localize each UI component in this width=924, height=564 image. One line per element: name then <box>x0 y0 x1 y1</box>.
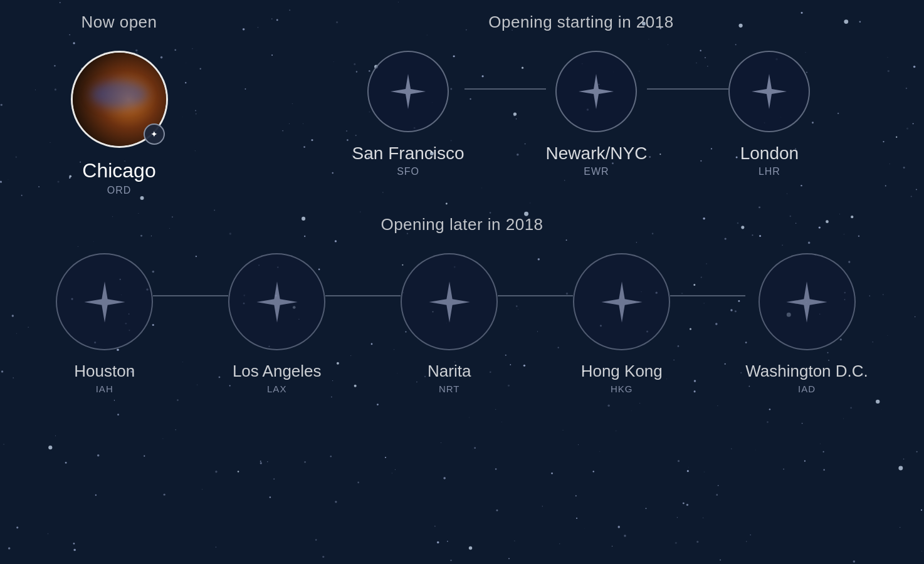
city-item-sfo[interactable]: San Francisco SFO <box>352 51 465 177</box>
hkg-city-code: HKG <box>611 384 633 394</box>
opening-2018-row: San Francisco SFO Newark/NYC EWR <box>352 51 811 177</box>
iah-node <box>56 253 153 350</box>
chicago-city-name: Chicago <box>82 159 155 182</box>
ewr-star-icon <box>577 73 615 110</box>
ewr-city-name: Newark/NYC <box>546 144 648 164</box>
city-item-nrt[interactable]: Narita NRT <box>401 253 498 394</box>
opening-later-section: Opening later in 2018 Houston IAH <box>0 215 924 394</box>
connector-hkg-iad <box>670 295 745 296</box>
iad-city-code: IAD <box>798 384 816 394</box>
iah-star-icon <box>83 280 127 324</box>
lhr-city-name: London <box>740 144 799 164</box>
connector-nrt-hkg <box>498 295 573 296</box>
nrt-city-name: Narita <box>428 362 471 381</box>
opening-later-label: Opening later in 2018 <box>381 215 543 234</box>
now-open-section: Now open Chicago ORD <box>0 13 238 196</box>
connector-lax-nrt <box>325 295 401 296</box>
lax-star-icon <box>255 280 299 324</box>
opening-2018-section: Opening starting in 2018 San Francisco S… <box>238 13 924 196</box>
city-item-lax[interactable]: Los Angeles LAX <box>228 253 325 394</box>
city-item-ewr[interactable]: Newark/NYC EWR <box>546 51 648 177</box>
sfo-city-name: San Francisco <box>352 144 465 164</box>
sfo-city-code: SFO <box>397 166 419 177</box>
now-open-label: Now open <box>81 13 157 32</box>
connector-ewr-lhr <box>647 88 728 90</box>
hkg-star-icon <box>600 280 644 324</box>
nrt-node <box>401 253 498 350</box>
lhr-star-icon <box>750 73 788 110</box>
city-item-chicago[interactable]: Chicago ORD <box>71 51 168 196</box>
iad-star-icon <box>785 280 829 324</box>
chicago-city-code: ORD <box>107 185 132 196</box>
chicago-star-badge <box>144 123 165 145</box>
hkg-node <box>573 253 670 350</box>
city-item-iad[interactable]: Washington D.C. IAD <box>745 253 868 394</box>
city-item-iah[interactable]: Houston IAH <box>56 253 153 394</box>
sfo-star-icon <box>389 73 427 110</box>
connector-iah-lax <box>153 295 228 296</box>
chicago-node <box>71 51 168 148</box>
connector-sfo-ewr <box>465 88 546 90</box>
city-item-hkg[interactable]: Hong Kong HKG <box>573 253 670 394</box>
sfo-node <box>367 51 449 132</box>
lhr-city-code: LHR <box>759 166 780 177</box>
iah-city-code: IAH <box>96 384 113 394</box>
ewr-node <box>555 51 637 132</box>
lax-city-name: Los Angeles <box>233 362 322 381</box>
iad-city-name: Washington D.C. <box>745 362 868 381</box>
city-item-lhr[interactable]: London LHR <box>728 51 810 177</box>
lax-node <box>228 253 325 350</box>
opening-later-row: Houston IAH Los Angeles LAX <box>56 253 868 394</box>
hkg-city-name: Hong Kong <box>581 362 663 381</box>
opening-2018-label: Opening starting in 2018 <box>488 13 673 32</box>
nrt-star-icon <box>428 280 471 324</box>
nrt-city-code: NRT <box>439 384 460 394</box>
lhr-node <box>728 51 810 132</box>
ewr-city-code: EWR <box>584 166 609 177</box>
iah-city-name: Houston <box>74 362 135 381</box>
iad-node <box>759 253 856 350</box>
lax-city-code: LAX <box>267 384 286 394</box>
